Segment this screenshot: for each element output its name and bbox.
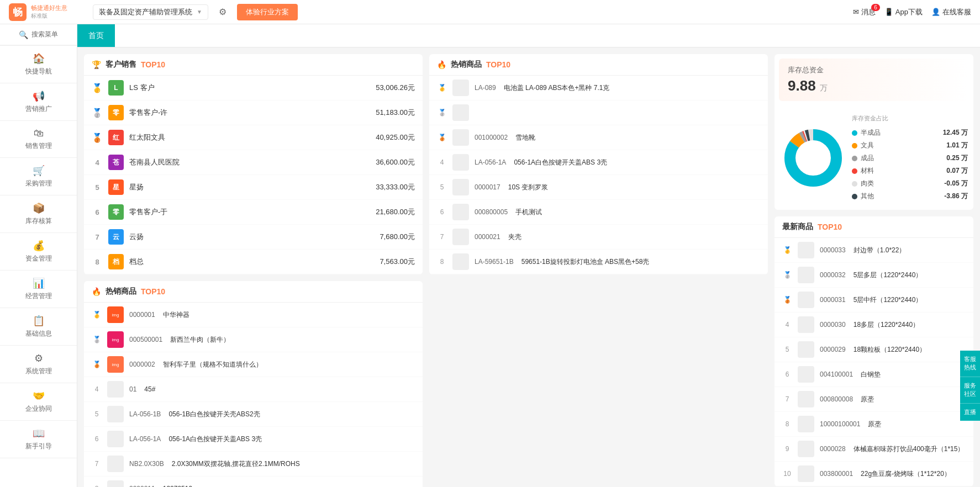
svg-point-7 [798,142,829,173]
finance-icon: 💰 [33,240,45,252]
customer-top10-badge: TOP10 [141,60,165,69]
legend-dot [852,130,857,136]
product-image [798,366,814,383]
sidebar-item-marketing[interactable]: 📢 营销推广 [0,83,77,121]
logo-sub: 标准版 [31,12,67,20]
legend-item: 其他 -3.86 万 [852,192,968,201]
avatar: 苍 [108,155,124,170]
list-item: 🥇 0000033 封边带（1.0*22） [774,238,973,263]
customer-ranking-header: 🏆 客户销售 TOP10 [84,54,423,76]
sidebar-item-guide[interactable]: 📖 新手引导 [0,421,77,458]
legend-dot [852,168,857,174]
sidebar-cooperation-label: 企业协同 [25,404,52,414]
rank-number: 🥉 [437,134,447,141]
trial-button[interactable]: 体验行业方案 [237,4,298,20]
rank-number: 7 [437,233,447,241]
avatar: 零 [108,105,124,120]
service-community-button[interactable]: 服务社区 [960,377,980,404]
legend-label: 文具 [861,141,943,150]
list-item: 7 NB2.0X30B 2.0X30MM双摆花轴,摆花直径2.1MM/ROHS [84,452,423,477]
settings-icon[interactable]: ⚙ [215,4,230,20]
rank-number: 🥇 [437,84,447,92]
product-name: 056-1A白色按键开关盖ABS 3壳 [514,158,760,167]
sidebar-basic-label: 基础信息 [25,329,52,338]
legend-dot [852,194,857,199]
sidebar-item-basic[interactable]: 📋 基础信息 [0,308,77,346]
sidebar-quicknav-label: 快捷导航 [25,67,52,76]
rank-number: 6 [782,370,792,378]
silver-medal-icon: 🥈 [92,108,103,118]
inventory-chart-area: 库存资金占比 半成品 12.45 万 文具 1.01 万 [774,105,973,210]
app-download-button[interactable]: 📱 App下载 [884,7,923,17]
mid-hot-products-header: 🔥 热销商品 TOP10 [429,54,768,76]
product-image [798,316,814,333]
rank-number: 🥈 [92,336,102,343]
purchase-icon: 🛒 [33,165,45,177]
sidebar-item-quicknav[interactable]: 🏠 快捷导航 [0,46,77,83]
rank-number: 5 [92,183,103,192]
system-name: 装备及固定资产辅助管理系统 [99,7,192,17]
product-image [798,292,814,308]
product-code: 0000029 [820,346,846,353]
product-code: NB2.0X30B [129,460,164,468]
product-name: 新西兰牛肉（新牛） [170,335,415,345]
operation-icon: 📊 [33,277,45,289]
product-name: 12070519-xs [163,485,415,487]
product-image [452,179,469,195]
inventory-icon: 📦 [33,202,45,214]
sidebar-item-inventory[interactable]: 📦 库存核算 [0,195,77,233]
product-name: 原垄 [868,420,966,429]
product-image [452,229,469,245]
product-code: 000800005 [475,208,508,216]
list-item: 7 000800008 原垄 [774,387,973,412]
middle-column: 🔥 热销商品 TOP10 🥇 LA-089 电池盖 LA-089 ABS本色+黑… [429,54,768,487]
legend-item: 半成品 12.45 万 [852,128,968,137]
sidebar-item-purchase[interactable]: 🛒 采购管理 [0,158,77,195]
product-code: 10000100001 [820,420,860,428]
online-service-label: 在线客服 [942,7,971,17]
mid-hot-badge: TOP10 [486,60,510,69]
customer-value: 53,006.26元 [376,83,415,93]
product-name: 智利车子里（规格不知道填什么） [163,360,415,369]
online-service-button[interactable]: 👤 在线客服 [931,7,971,17]
product-code: 0000031 [820,296,846,304]
sidebar-item-finance[interactable]: 💰 资金管理 [0,233,77,271]
inventory-highlight: 库存总资金 9.88 万 [779,59,969,101]
logo-area: 畅 畅捷通好生意 标准版 [9,3,86,21]
new-products-badge: TOP10 [818,223,842,231]
product-name: 45# [144,385,415,393]
fire-icon: 🔥 [92,287,101,296]
product-code: 0000001 [129,311,155,319]
list-item: 8 0000011 12070519-xs [84,477,423,487]
sidebar-item-system[interactable]: ⚙ 系统管理 [0,346,77,383]
rank-number: 6 [92,435,102,443]
sidebar-item-cooperation[interactable]: 🤝 企业协同 [0,383,77,421]
list-item: 🥇 LA-089 电池盖 LA-089 ABS本色+黑种 7.1克 [429,76,768,100]
donut-chart [780,125,846,191]
product-code: LA-056-1A [129,435,161,443]
legend-label: 其他 [861,192,941,201]
product-name: 雪地靴 [515,133,760,142]
home-tab[interactable]: 首页 [77,24,115,47]
guide-icon: 📖 [33,427,45,440]
sidebar-item-search[interactable]: 🔍 搜索菜单 [0,24,77,46]
customer-value: 33,333.00元 [376,182,415,192]
product-image [107,480,124,487]
main-content: 🏆 客户销售 TOP10 🥇 L LS 客户 53,006.26元 [77,47,980,487]
messages-button[interactable]: ✉ 消息 6 [853,7,876,17]
customer-service-button[interactable]: 客服热线 [960,351,980,377]
sidebar-item-operation[interactable]: 📊 经营管理 [0,271,77,308]
list-item: 9 0000028 体械嘉枳味苏打饮品400毫升（1*15） [774,437,973,462]
system-selector[interactable]: 装备及固定资产辅助管理系统 ▼ [93,4,208,20]
message-icon: ✉ [853,8,859,16]
live-stream-button[interactable]: 直播 [960,404,980,421]
customer-name: LS 客户 [129,83,370,93]
cooperation-icon: 🤝 [33,390,45,402]
sidebar-item-sales[interactable]: 🛍 销售管理 [0,121,77,158]
rank-number: 6 [437,208,447,216]
content-area: 首页 🏆 客户销售 TOP10 🥇 L [77,24,980,487]
table-row: 8 档 档总 7,563.00元 [84,250,423,274]
product-code: 000800008 [820,395,853,403]
list-item: 7 0000021 夹壳 [429,225,768,250]
legend-value: 0.07 万 [946,166,968,176]
